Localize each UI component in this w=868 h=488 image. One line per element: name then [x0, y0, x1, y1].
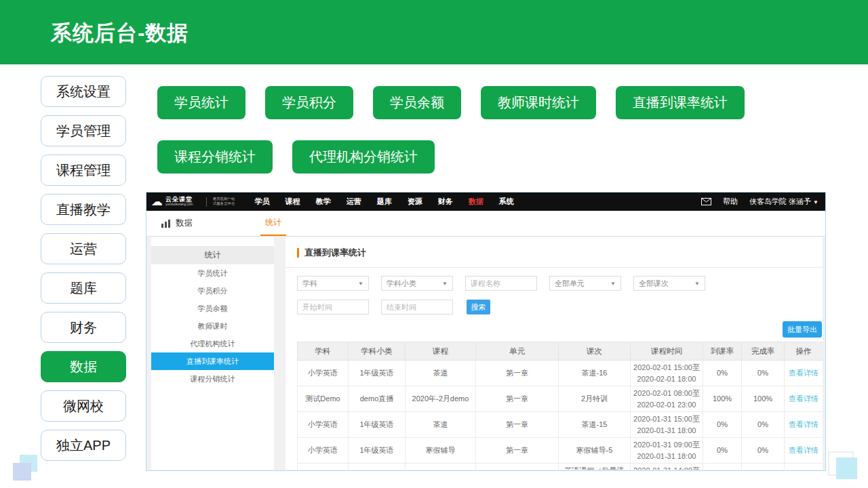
nav-item-data[interactable]: 数据	[469, 197, 484, 207]
column-header-subject: 学科	[298, 342, 349, 361]
subject-select[interactable]: 学科 ▼	[297, 276, 369, 291]
sidebar-item-system-settings[interactable]: 系统设置	[41, 76, 126, 107]
chevron-down-icon: ▼	[442, 281, 448, 287]
column-header-actions: 操作	[785, 342, 823, 361]
column-header-lesson: 课次	[559, 342, 631, 361]
quick-buttons-row-2: 课程分销统计 代理机构分销统计	[157, 140, 435, 174]
sidebar-item-question-bank[interactable]: 题库	[41, 272, 126, 304]
logo-domain: yunduoketang.com	[165, 203, 193, 206]
column-header-course: 课程	[406, 342, 476, 361]
decoration-square-lavender-left	[13, 463, 31, 481]
section-label: 数据	[161, 211, 193, 236]
end-time-input[interactable]	[387, 303, 448, 311]
admin-tabbar: 数据 统计	[146, 211, 825, 237]
menu-item-student-balance[interactable]: 学员余额	[151, 300, 274, 317]
sidebar-item-student-management[interactable]: 学员管理	[41, 115, 126, 146]
table-row: 测试Demo demo直播 2020年-2月demo 第一章 2月特训 2020…	[298, 386, 823, 412]
admin-nav-right: 帮助 侠客岛学院 张涵予▼	[701, 197, 818, 207]
course-name-input[interactable]	[471, 279, 532, 287]
menu-item-student-stats[interactable]: 学员统计	[151, 264, 274, 282]
batch-export-button[interactable]: 批量导出	[783, 321, 822, 338]
chip-agency-distribution-stats[interactable]: 代理机构分销统计	[292, 140, 435, 174]
table-body: 小学英语 1年级英语 茶道 第一章 茶道-16 2020-02-01 15:00…	[298, 361, 823, 470]
nav-item-resources[interactable]: 资源	[408, 197, 422, 207]
unit-select[interactable]: 全部单元 ▼	[549, 276, 621, 291]
end-time-input-wrap	[381, 300, 453, 314]
chevron-down-icon: ▼	[358, 281, 363, 287]
decoration-square-cyan-right	[836, 458, 857, 479]
nav-item-operations[interactable]: 运营	[347, 197, 361, 207]
mail-icon[interactable]	[701, 198, 711, 205]
main-panel: 直播到课率统计 学科 ▼ 学科小类 ▼ 全部单元 ▼	[285, 237, 823, 470]
nav-item-question-bank[interactable]: 题库	[377, 197, 392, 207]
nav-item-courses[interactable]: 课程	[285, 197, 300, 207]
table-row: 小学英语 1年级英语 茶道 第一章 茶道-15 2020-01-31 15:00…	[298, 412, 823, 438]
admin-navbar: ☁ 云朵课堂 yunduoketang.com 教育机构一站 式服务云平台 学员…	[146, 192, 825, 211]
menu-item-course-distribution-stats[interactable]: 课程分销统计	[151, 370, 274, 388]
chevron-down-icon: ▼	[610, 281, 616, 287]
separator	[285, 267, 823, 268]
view-details-link[interactable]: 查看详情	[789, 420, 818, 428]
filters-row-1: 学科 ▼ 学科小类 ▼ 全部单元 ▼ 全部课次 ▼	[297, 276, 705, 291]
sidebar: 系统设置 学员管理 课程管理 直播教学 运营 题库 财务 数据 微网校 独立AP…	[41, 76, 126, 461]
nav-item-students[interactable]: 学员	[255, 197, 270, 207]
sidebar-item-course-management[interactable]: 课程管理	[41, 155, 126, 186]
sidebar-item-operations[interactable]: 运营	[41, 233, 126, 264]
sidebar-item-standalone-app[interactable]: 独立APP	[41, 430, 126, 461]
sidebar-item-micro-school[interactable]: 微网校	[41, 390, 126, 422]
chip-student-balance[interactable]: 学员余额	[373, 86, 461, 119]
view-details-link[interactable]: 查看详情	[789, 446, 818, 454]
chevron-down-icon: ▼	[813, 199, 818, 205]
course-name-input-wrap	[465, 276, 537, 291]
account-menu[interactable]: 侠客岛学院 张涵予▼	[749, 197, 818, 207]
sidebar-item-finance[interactable]: 财务	[41, 312, 126, 343]
chip-course-distribution-stats[interactable]: 课程分销统计	[157, 140, 273, 174]
chip-teacher-hours-stats[interactable]: 教师课时统计	[481, 86, 596, 119]
quick-buttons-row-1: 学员统计 学员积分 学员余额 教师课时统计 直播到课率统计	[157, 86, 745, 119]
search-button[interactable]: 搜索	[467, 300, 490, 314]
column-header-subject-sub: 学科小类	[349, 342, 406, 361]
start-time-input-wrap	[297, 300, 369, 314]
nav-item-finance[interactable]: 财务	[438, 197, 453, 207]
chip-live-attendance-stats[interactable]: 直播到课率统计	[616, 86, 745, 119]
chip-student-stats[interactable]: 学员统计	[157, 86, 245, 119]
menu-item-teacher-hours[interactable]: 教师课时	[151, 317, 274, 335]
page-header: 系统后台-数据	[0, 0, 868, 64]
logo-divider	[206, 197, 207, 207]
admin-nav-menu: 学员 课程 教学 运营 题库 资源 财务 数据 系统	[255, 197, 514, 207]
nav-item-teaching[interactable]: 教学	[316, 197, 331, 207]
view-details-link[interactable]: 查看详情	[789, 369, 818, 377]
logo-tagline: 教育机构一站 式服务云平台	[213, 197, 235, 207]
chevron-down-icon: ▼	[694, 281, 700, 287]
admin-screenshot: ☁ 云朵课堂 yunduoketang.com 教育机构一站 式服务云平台 学员…	[146, 192, 826, 471]
column-header-course-time: 课程时间	[631, 342, 703, 361]
menu-item-live-attendance-stats[interactable]: 直播到课率统计	[151, 352, 274, 370]
panel-title: 直播到课率统计	[297, 247, 366, 259]
sidebar-item-data[interactable]: 数据	[41, 351, 126, 382]
column-header-unit: 单元	[476, 342, 559, 361]
stats-side-menu: 统计 学员统计 学员积分 学员余额 教师课时 代理机构统计 直播到课率统计 课程…	[151, 237, 274, 470]
column-header-completion-rate: 完成率	[742, 342, 785, 361]
menu-item-student-points[interactable]: 学员积分	[151, 282, 274, 300]
menu-item-agency-stats[interactable]: 代理机构统计	[151, 335, 274, 352]
subject-subcategory-select[interactable]: 学科小类 ▼	[381, 276, 453, 291]
sidebar-item-live-teaching[interactable]: 直播教学	[41, 194, 126, 225]
page-title: 系统后台-数据	[51, 19, 189, 47]
table-header-row: 学科 学科小类 课程 单元 课次 课程时间 到课率 完成率 操作	[298, 342, 823, 361]
stats-menu-header: 统计	[151, 246, 274, 264]
tab-statistics[interactable]: 统计	[260, 211, 286, 236]
page: 系统后台-数据 系统设置 学员管理 课程管理 直播教学 运营 题库 财务 数据 …	[0, 0, 868, 488]
column-header-attendance-rate: 到课率	[703, 342, 742, 361]
view-details-link[interactable]: 查看详情	[789, 394, 818, 403]
help-link[interactable]: 帮助	[723, 197, 738, 207]
lesson-select[interactable]: 全部课次 ▼	[633, 276, 705, 291]
nav-item-system[interactable]: 系统	[499, 197, 514, 207]
attendance-table-wrap: 学科 学科小类 课程 单元 课次 课程时间 到课率 完成率 操作 小学英语 1年…	[297, 342, 823, 470]
logo: ☁ 云朵课堂 yunduoketang.com 教育机构一站 式服务云平台	[151, 196, 237, 207]
table-row: 小学英语 1年级英语 茶道 第一章 茶道-16 2020-02-01 15:00…	[298, 361, 823, 386]
start-time-input[interactable]	[302, 303, 363, 311]
chip-student-points[interactable]: 学员积分	[265, 86, 353, 119]
cloud-logo-icon: ☁	[151, 196, 163, 207]
table-row: 小学英语 1年级英语 寒假辅导 28号章节 英语课程（批量添加课次）-3 202…	[298, 464, 823, 470]
bar-chart-icon	[161, 219, 172, 228]
